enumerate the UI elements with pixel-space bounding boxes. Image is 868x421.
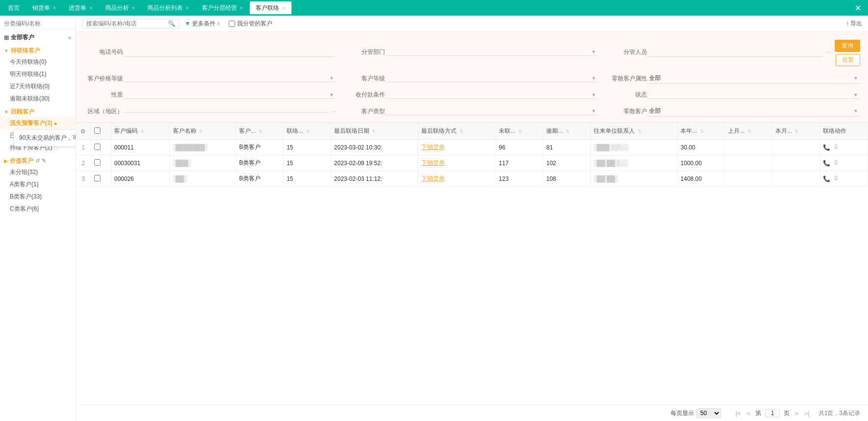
filter-region-select[interactable]: [123, 110, 328, 113]
sidebar-search-input[interactable]: [4, 20, 76, 27]
filter-payment: 收付款条件 ▼: [346, 89, 598, 101]
col-name[interactable]: 客户名称 ⇅: [169, 123, 236, 140]
row-checkbox[interactable]: [91, 140, 111, 155]
prev-page-btn[interactable]: <: [744, 409, 753, 418]
sort-name-icon: ⇅: [199, 129, 203, 134]
filter-payment-select[interactable]: ▼: [385, 91, 598, 99]
sidebar-group-value[interactable]: ▶ 价值客户 ↺ ✎: [0, 154, 75, 166]
sidebar-item-ungrouped[interactable]: 未分组(32): [0, 166, 75, 178]
gear-icon[interactable]: ⚙: [80, 128, 86, 135]
window-close-icon[interactable]: ✕: [850, 3, 866, 13]
col-last-month[interactable]: 上月... ⇅: [725, 123, 772, 140]
filter-retail-select[interactable]: 全部 ▼: [647, 106, 860, 117]
chevron-down-nature: ▼: [329, 92, 334, 98]
search-input[interactable]: [86, 20, 166, 27]
sidebar-item-tomorrow[interactable]: 明天待联络(1): [0, 68, 75, 80]
action-phone-icon[interactable]: 📞: [823, 175, 830, 182]
close-customer-stratified-icon[interactable]: ×: [240, 5, 243, 11]
filter-status-select[interactable]: ▼: [647, 91, 860, 99]
refresh-icon[interactable]: ↺: [35, 158, 40, 164]
row-last-month: [725, 171, 772, 187]
chevron-down-icon: ∧: [217, 20, 221, 27]
row-checkbox[interactable]: [91, 171, 111, 187]
tab-customer-stratified[interactable]: 客户分层经营 ×: [196, 1, 249, 14]
col-last-date[interactable]: 最后联络日期 ⇅: [331, 123, 418, 140]
row-checkbox[interactable]: [91, 155, 111, 171]
tab-purchase-order[interactable]: 进货单 ×: [63, 1, 98, 14]
col-not-contact[interactable]: 未联... ⇅: [496, 123, 543, 140]
filter-person-dots[interactable]: ···: [826, 49, 831, 55]
filter-nature-select[interactable]: ▼: [123, 91, 336, 99]
col-last-method[interactable]: 最后联络方式 ⇅: [418, 123, 496, 140]
row-last-method[interactable]: 下销货单: [418, 140, 496, 155]
sidebar-all-customers[interactable]: ⊞ 全部客户 «: [0, 29, 75, 44]
sidebar-item-7days[interactable]: 近7天待联络(0): [0, 80, 75, 93]
sidebar-item-b-customers[interactable]: B类客户(33): [0, 191, 75, 203]
row-actions: 📞 ⠿: [820, 171, 868, 187]
tab-customer-contact[interactable]: 客户联络 ×: [250, 1, 291, 14]
sidebar-item-overdue-contact[interactable]: 逾期未联络(30): [0, 93, 75, 105]
query-btns: 查询 设置: [831, 38, 860, 66]
action-phone-icon[interactable]: 📞: [823, 160, 830, 167]
pagination: 每页显示 50 100 200 |< < 第 页 > >| 共1页，3条记录: [76, 405, 868, 421]
filter-retail-attr-select[interactable]: 全部 ▼: [647, 73, 860, 84]
close-customer-contact-icon[interactable]: ×: [282, 5, 285, 11]
sidebar-item-churn-warning[interactable]: 流失预警客户(3) ●: [0, 117, 75, 129]
tab-sales-order[interactable]: 销货单 ×: [26, 1, 62, 14]
close-product-analysis-icon[interactable]: ×: [132, 5, 135, 11]
row-last-method[interactable]: 下销货单: [418, 171, 496, 187]
close-purchase-order-icon[interactable]: ×: [89, 5, 92, 11]
col-type[interactable]: 客户... ⇅: [236, 123, 284, 140]
tab-homepage[interactable]: 首页: [2, 1, 25, 14]
filter-phone-input[interactable]: [123, 48, 336, 57]
more-conditions-btn[interactable]: ▼ 更多条件 ∧: [185, 20, 221, 28]
filter-region-dots[interactable]: ···: [331, 108, 336, 115]
action-more-icon[interactable]: ⠿: [834, 144, 838, 151]
row-code: 00030031: [111, 155, 169, 171]
settings-button[interactable]: 设置: [836, 54, 860, 66]
next-page-btn[interactable]: >: [792, 409, 801, 418]
sidebar-item-today[interactable]: 今天待联络(0): [0, 56, 75, 68]
filter-price-level-select[interactable]: ▼: [123, 74, 336, 82]
search-btn-icon[interactable]: 🔍: [168, 20, 175, 27]
row-select-checkbox[interactable]: [94, 175, 100, 181]
row-select-checkbox[interactable]: [94, 159, 100, 166]
action-more-icon[interactable]: ⠿: [834, 160, 838, 167]
filter-dept-select[interactable]: ▼: [385, 48, 598, 56]
export-btn[interactable]: ↑ 导出: [846, 20, 862, 28]
col-this-month[interactable]: 本月... ⇅: [772, 123, 820, 140]
sidebar-group-review[interactable]: ▼ 回顾客户: [0, 105, 75, 117]
col-overdue[interactable]: 逾期... ⇅: [543, 123, 591, 140]
tab-product-analysis-list[interactable]: 商品分析列表 ×: [142, 1, 194, 14]
my-customers-checkbox[interactable]: [229, 21, 235, 27]
action-more-icon[interactable]: ⠿: [834, 175, 838, 182]
filter-customer-type-select[interactable]: ▼: [385, 107, 598, 115]
tab-bar: 首页 销货单 × 进货单 × 商品分析 × 商品分析列表 × 客户分层经营 × …: [0, 0, 868, 16]
tab-product-analysis[interactable]: 商品分析 ×: [99, 1, 141, 14]
select-all-checkbox[interactable]: [94, 127, 100, 134]
sidebar-group-pending[interactable]: ▼ 待联络客户: [0, 44, 75, 56]
sidebar-collapse-icon[interactable]: «: [68, 34, 72, 41]
first-page-btn[interactable]: |<: [733, 409, 744, 418]
page-input[interactable]: [765, 409, 780, 417]
col-contact[interactable]: 联络... ⇅: [284, 123, 331, 140]
last-page-btn[interactable]: >|: [801, 409, 813, 418]
my-customers-checkbox-wrap[interactable]: 我分管的客户: [229, 20, 272, 28]
filter-person-input[interactable]: [647, 48, 823, 57]
per-page-select[interactable]: 50 100 200: [696, 408, 721, 418]
col-this-year[interactable]: 本年... ⇅: [677, 123, 725, 140]
row-this-month: [772, 155, 820, 171]
action-phone-icon[interactable]: 📞: [823, 144, 830, 151]
sidebar-item-a-customers[interactable]: A类客户(1): [0, 178, 75, 191]
filter-level-select[interactable]: ▼: [385, 74, 598, 82]
row-select-checkbox[interactable]: [94, 144, 100, 150]
query-button[interactable]: 查询: [835, 40, 860, 52]
close-product-analysis-list-icon[interactable]: ×: [186, 5, 189, 11]
col-contact-person[interactable]: 往来单位联系人 ⇅: [591, 123, 677, 140]
edit-icon[interactable]: ✎: [42, 158, 46, 164]
close-sales-order-icon[interactable]: ×: [53, 5, 56, 11]
row-last-method[interactable]: 下销货单: [418, 155, 496, 171]
sidebar-item-c-customers[interactable]: C类客户(6): [0, 203, 75, 215]
col-code[interactable]: 客户编码 ⇅: [111, 123, 169, 140]
export-icon: ↑: [846, 20, 849, 27]
